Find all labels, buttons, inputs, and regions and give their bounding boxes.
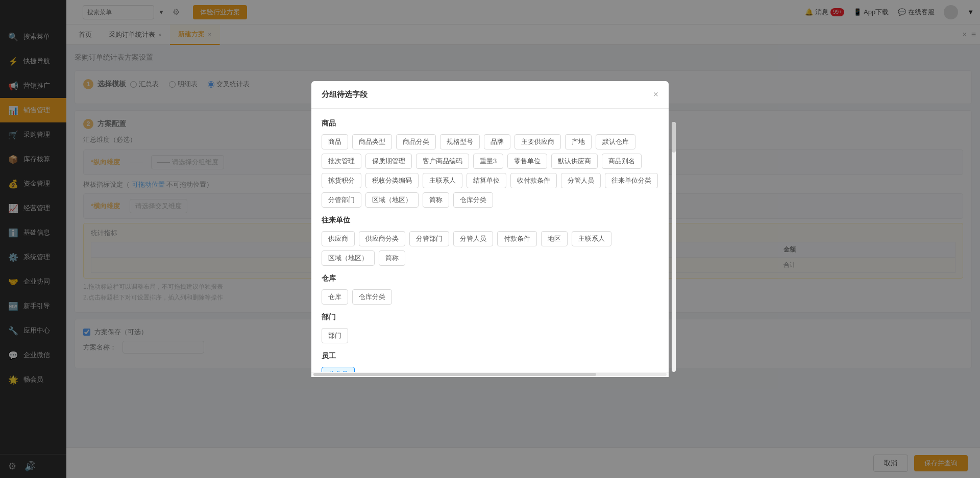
modal-close-button[interactable]: × xyxy=(653,89,658,100)
field-grid-dept: 部门 xyxy=(322,328,658,343)
field-tag[interactable]: 往来单位分类 xyxy=(605,173,658,188)
modal-dialog: 分组待选字段 × 商品 商品 商品类型 商品分类 规格型号 品牌 主要供应商 产… xyxy=(311,81,669,377)
field-tag[interactable]: 简称 xyxy=(379,250,405,266)
field-tag[interactable]: 税收分类编码 xyxy=(365,173,419,188)
field-tag[interactable]: 商品分类 xyxy=(396,134,436,149)
field-tag[interactable]: 商品别名 xyxy=(602,154,642,169)
field-tag[interactable]: 仓库分类 xyxy=(453,192,493,208)
field-tag[interactable]: 分管人员 xyxy=(561,173,601,188)
field-tag[interactable]: 拣货积分 xyxy=(322,173,361,188)
field-tag[interactable]: 商品 xyxy=(322,134,348,149)
field-tag[interactable]: 仓库分类 xyxy=(352,289,392,305)
field-grid-goods: 商品 商品类型 商品分类 规格型号 品牌 主要供应商 产地 默认仓库 批次管理 … xyxy=(322,134,658,208)
field-tag[interactable]: 零售单位 xyxy=(507,154,547,169)
field-tag[interactable]: 区域（地区） xyxy=(322,250,375,266)
field-tag[interactable]: 主联系人 xyxy=(572,231,611,246)
hscroll-track xyxy=(313,373,667,376)
field-grid-warehouse: 仓库 仓库分类 xyxy=(322,289,658,305)
modal-hscroll[interactable] xyxy=(311,372,669,377)
modal-body: 商品 商品 商品类型 商品分类 规格型号 品牌 主要供应商 产地 默认仓库 批次… xyxy=(311,109,669,372)
field-tag[interactable]: 规格型号 xyxy=(440,134,480,149)
field-tag[interactable]: 默认供应商 xyxy=(551,154,598,169)
field-tag[interactable]: 客户商品编码 xyxy=(416,154,469,169)
modal-vscroll-thumb[interactable] xyxy=(672,122,676,153)
field-tag[interactable]: 区域（地区） xyxy=(365,192,419,208)
field-tag[interactable]: 供应商 xyxy=(322,231,355,246)
field-tag[interactable]: 品牌 xyxy=(484,134,510,149)
modal-vscroll-track[interactable] xyxy=(672,122,676,372)
field-tag[interactable]: 商品类型 xyxy=(352,134,392,149)
modal-title: 分组待选字段 xyxy=(322,90,368,99)
field-tag[interactable]: 结算单位 xyxy=(467,173,506,188)
field-tag[interactable]: 部门 xyxy=(322,328,348,343)
field-tag[interactable]: 付款条件 xyxy=(497,231,537,246)
field-tag[interactable]: 收付款条件 xyxy=(510,173,557,188)
field-tag[interactable]: 重量3 xyxy=(473,154,503,169)
field-tag[interactable]: 仓库 xyxy=(322,289,348,305)
field-tag-selected[interactable]: 业务员 xyxy=(322,367,355,372)
field-tag[interactable]: 保质期管理 xyxy=(365,154,412,169)
field-tag[interactable]: 供应商分类 xyxy=(359,231,405,246)
field-tag[interactable]: 批次管理 xyxy=(322,154,361,169)
section-title-partner: 往来单位 xyxy=(322,216,658,225)
field-tag[interactable]: 主要供应商 xyxy=(514,134,561,149)
section-title-dept: 部门 xyxy=(322,313,658,322)
hscroll-thumb xyxy=(313,373,596,376)
field-tag[interactable]: 分管部门 xyxy=(322,192,361,208)
field-grid-employee: 业务员 xyxy=(322,367,658,372)
field-tag[interactable]: 产地 xyxy=(565,134,592,149)
field-tag[interactable]: 地区 xyxy=(541,231,568,246)
modal-overlay: 分组待选字段 × 商品 商品 商品类型 商品分类 规格型号 品牌 主要供应商 产… xyxy=(0,0,980,478)
modal-header: 分组待选字段 × xyxy=(311,81,669,109)
field-tag[interactable]: 简称 xyxy=(423,192,449,208)
section-title-employee: 员工 xyxy=(322,351,658,361)
field-tag[interactable]: 默认仓库 xyxy=(596,134,635,149)
field-grid-partner: 供应商 供应商分类 分管部门 分管人员 付款条件 地区 主联系人 区域（地区） … xyxy=(322,231,658,266)
field-tag[interactable]: 主联系人 xyxy=(423,173,462,188)
section-title-goods: 商品 xyxy=(322,119,658,128)
field-tag[interactable]: 分管部门 xyxy=(409,231,449,246)
section-title-warehouse: 仓库 xyxy=(322,274,658,283)
field-tag[interactable]: 分管人员 xyxy=(453,231,493,246)
